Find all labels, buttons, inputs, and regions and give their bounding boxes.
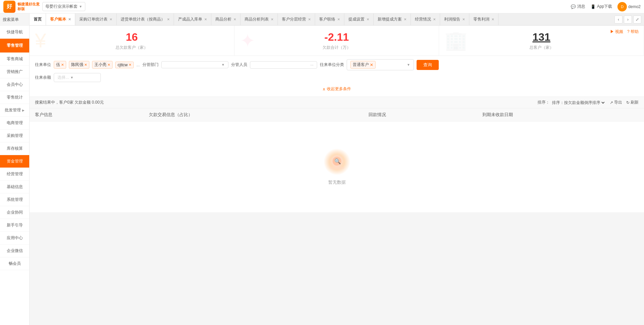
sidebar-item-ecommerce[interactable]: 电商管理 — [0, 117, 29, 130]
tab-close-inbound[interactable]: ✕ — [167, 17, 170, 21]
stat-value-total: 131 — [532, 31, 550, 43]
tab-customer-segment[interactable]: 客户分层经营 ✕ — [278, 13, 315, 26]
logo-area: 好 畅捷通好生意 标版 — [3, 1, 40, 13]
sidebar-item-retail-stats[interactable]: 零售统计 — [0, 91, 29, 104]
remove-tag-cjttcw[interactable]: ✕ — [129, 63, 131, 67]
query-button[interactable]: 查询 — [417, 60, 439, 70]
sidebar-item-new-guide[interactable]: 新手引导 — [0, 219, 29, 232]
tab-scroll-right[interactable]: › — [624, 15, 632, 24]
filter-more-btn[interactable]: ... — [136, 63, 140, 67]
remove-ordinary-tag[interactable]: ✕ — [370, 63, 373, 67]
message-icon: 💬 — [571, 4, 576, 9]
chevron-right-icon: ▶ — [22, 109, 25, 112]
tab-home[interactable]: 首页 — [30, 13, 46, 26]
refresh-btn[interactable]: ↻ 刷新 — [626, 100, 639, 105]
sidebar-item-purchase[interactable]: 采购管理 — [0, 130, 29, 142]
remove-tag-wu[interactable]: ✕ — [61, 63, 64, 67]
logo-icon: 好 — [3, 1, 15, 13]
chevron-up-icon: ∧ — [323, 87, 326, 92]
person-select[interactable]: ··· — [250, 61, 317, 69]
balance-select[interactable]: 选择... ▼ — [54, 73, 101, 82]
sort-select[interactable]: 排序：按欠款金额倒序排序 — [551, 100, 606, 105]
tab-product-inbound[interactable]: 产成品入库单 ✕ — [174, 13, 211, 26]
stat-item-customers: ¥ 16 总欠款客户（家） — [30, 26, 234, 56]
empty-text: 暂无数据 — [328, 179, 346, 185]
stat-bg-icon-3: 🏢 — [444, 30, 468, 51]
tab-close-retail[interactable]: ✕ — [491, 17, 494, 21]
refresh-icon: ↻ — [626, 100, 630, 105]
tab-close-product-analysis[interactable]: ✕ — [233, 17, 236, 21]
sidebar-item-retail-mall[interactable]: 零售商城 — [0, 53, 29, 66]
tab-close-customers[interactable]: ✕ — [68, 17, 71, 21]
filter-tag-wu: 伍 ✕ — [54, 61, 66, 69]
export-btn[interactable]: ↗ 导出 — [610, 100, 622, 105]
sidebar-item-wholesale[interactable]: 批发管理 ▶ — [0, 104, 29, 117]
avatar-icon: D — [617, 2, 627, 11]
sidebar-item-member-center[interactable]: 会员中心 — [0, 78, 29, 91]
app-download-btn[interactable]: 📱 App下载 — [591, 4, 612, 9]
sidebar-item-vip[interactable]: 畅会员 — [0, 257, 29, 270]
sidebar-item-app-center[interactable]: 应用中心 — [0, 232, 29, 245]
logo-text: 畅捷通好生意 标版 — [17, 2, 40, 11]
tab-close-segment[interactable]: ✕ — [308, 17, 311, 21]
dept-select[interactable]: ▼ — [161, 61, 228, 68]
sidebar-item-marketing[interactable]: 营销推广 — [0, 66, 29, 78]
results-summary: 搜索结果中，客户0家 欠款金额 0.00元 — [35, 100, 104, 105]
tab-close-product-list[interactable]: ✕ — [271, 17, 273, 21]
tab-new-promo[interactable]: 新增提成方案 ✕ — [374, 13, 411, 26]
tab-bar-actions: ‹ › ⤢ — [612, 15, 644, 24]
results-bar: 搜索结果中，客户0家 欠款金额 0.00元 排序： 排序：按欠款金额倒序排序 ↗… — [30, 97, 644, 108]
filter-tag-chen: 陈民强 ✕ — [69, 61, 89, 69]
balance-filter-label: 往来余额 — [35, 75, 51, 80]
tab-purchase-orders[interactable]: 采购订单统计表 ✕ — [75, 13, 117, 26]
sidebar-item-operations[interactable]: 经营管理 — [0, 168, 29, 181]
tab-close-contact[interactable]: ✕ — [337, 17, 340, 21]
stat-value-debt: -2.11 — [325, 31, 349, 43]
sidebar-item-basic-info[interactable]: 基础信息 — [0, 181, 29, 193]
video-link[interactable]: ▶ 视频 — [610, 29, 623, 35]
tab-promo-settings[interactable]: 提成设置 ✕ — [344, 13, 374, 26]
empty-icon: 🔍 — [324, 148, 350, 175]
tab-close-profit[interactable]: ✕ — [462, 17, 465, 21]
tab-customers[interactable]: 客户账本 ✕ — [46, 13, 75, 26]
help-link[interactable]: ? 帮助 — [627, 29, 639, 35]
sidebar-item-system[interactable]: 系统管理 — [0, 193, 29, 206]
collapse-filter-btn[interactable]: ∧ 收起更多条件 — [35, 85, 639, 93]
company-type-select[interactable]: 普通客户 ✕ ▼ — [347, 59, 414, 70]
main-layout: 搜索菜单 快捷导航 零售管理 零售商城 营销推广 会员中心 零售统计 批发管理 … — [0, 13, 644, 325]
sidebar-item-finance[interactable]: 资金管理 — [0, 155, 29, 168]
tab-customer-contact[interactable]: 客户联络 ✕ — [315, 13, 344, 26]
sidebar-item-quick-nav[interactable]: 快捷导航 — [0, 26, 29, 39]
ordinary-customer-tag: 普通客户 ✕ — [350, 61, 376, 69]
filter-area: 往来单位 伍 ✕ 陈民强 ✕ 王小亮 ✕ cjttcw — [30, 56, 644, 97]
tab-close-purchase[interactable]: ✕ — [110, 17, 112, 21]
tab-close-new-promo[interactable]: ✕ — [404, 17, 406, 21]
sort-label: 排序： 排序：按欠款金额倒序排序 — [538, 100, 606, 105]
user-avatar[interactable]: D demo2 — [617, 2, 641, 11]
tab-scroll-left[interactable]: ‹ — [614, 15, 622, 24]
tab-close-product-inbound[interactable]: ✕ — [204, 17, 207, 21]
chevron-down-icon: ▼ — [79, 5, 82, 8]
tab-retail-profit[interactable]: 零售利润 ✕ — [469, 13, 499, 26]
tab-close-business[interactable]: ✕ — [433, 17, 436, 21]
tab-close-promo[interactable]: ✕ — [367, 17, 369, 21]
store-selector[interactable]: 母婴行业演示帐套 ▼ — [42, 2, 85, 11]
tab-profit-report[interactable]: 利润报告 ✕ — [440, 13, 469, 26]
filter-row-1: 往来单位 伍 ✕ 陈民强 ✕ 王小亮 ✕ cjttcw — [35, 59, 639, 70]
person-filter-label: 分管人员 — [231, 62, 247, 68]
table-header: 客户信息 欠款交易信息（占比） 回款情况 到期未收款日期 — [30, 108, 644, 121]
sidebar-search[interactable]: 搜索菜单 — [0, 13, 29, 26]
tab-product-analysis-list[interactable]: 商品分析列表 ✕ — [241, 13, 278, 26]
remove-tag-chen[interactable]: ✕ — [84, 63, 87, 67]
tab-business-status[interactable]: 经营情况 ✕ — [411, 13, 440, 26]
sidebar-item-enterprise-collab[interactable]: 企业协同 — [0, 206, 29, 219]
remove-tag-wang[interactable]: ✕ — [108, 63, 110, 67]
sidebar-item-retail[interactable]: 零售管理 — [0, 39, 29, 53]
tab-expand[interactable]: ⤢ — [633, 15, 641, 24]
sidebar-item-enterprise-wechat[interactable]: 企业微信 — [0, 245, 29, 257]
table-header-row: 客户信息 欠款交易信息（占比） 回款情况 到期未收款日期 — [30, 108, 644, 121]
tab-product-analysis[interactable]: 商品分析 ✕ — [211, 13, 241, 26]
message-btn[interactable]: 💬 消息 — [571, 4, 585, 9]
sidebar-item-inventory[interactable]: 库存核算 — [0, 142, 29, 155]
tab-inbound-stats[interactable]: 进货单统计表（按商品） ✕ — [117, 13, 174, 26]
